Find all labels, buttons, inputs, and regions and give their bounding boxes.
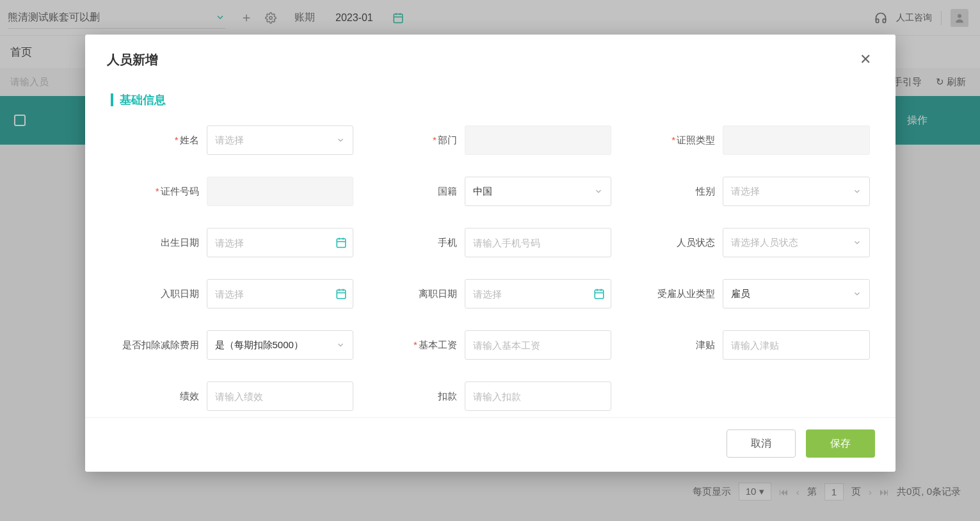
name-select[interactable]: 请选择 [207,125,353,155]
chevron-down-icon [853,238,862,247]
close-icon[interactable]: ✕ [855,49,876,70]
hire-date-input[interactable] [207,279,353,309]
modal-body: 基础信息 *姓名 请选择 *部门 [85,79,896,417]
birth-input[interactable] [207,228,353,257]
base-salary-input[interactable] [465,330,611,360]
field-performance: 绩效 [111,381,353,411]
status-select[interactable]: 请选择人员状态 [723,228,869,257]
gender-select[interactable]: 请选择 [723,177,869,206]
chevron-down-icon [336,136,345,145]
form-grid: *姓名 请选择 *部门 *证照类型 [111,125,870,411]
field-base-salary: *基本工资 [369,330,611,360]
field-cert-no: *证件号码 [111,177,353,206]
chevron-down-icon [853,289,862,298]
field-nationality: 国籍 中国 [369,177,611,206]
field-mobile: 手机 [369,228,611,257]
cert-type-input[interactable] [723,125,869,155]
field-name: *姓名 请选择 [111,125,353,155]
field-birth: 出生日期 [111,228,353,257]
field-hire-date: 入职日期 [111,279,353,309]
field-deduction: 扣款 [369,381,611,411]
cert-no-input[interactable] [207,177,353,206]
allowance-input[interactable] [723,330,869,360]
deduction-input[interactable] [465,381,611,411]
modal-title: 人员新增 [107,51,158,68]
field-emp-type: 受雇从业类型 雇员 [627,279,869,309]
field-leave-date: 离职日期 [369,279,611,309]
cancel-button[interactable]: 取消 [727,429,796,458]
save-button[interactable]: 保存 [806,429,875,458]
mobile-input[interactable] [465,228,611,257]
modal: 人员新增 ✕ 基础信息 *姓名 请选择 *部 [85,35,896,472]
leave-date-input[interactable] [465,279,611,309]
field-allowance: 津贴 [627,330,869,360]
dept-input[interactable] [465,125,611,155]
field-cert-type: *证照类型 [627,125,869,155]
chevron-down-icon [336,341,345,349]
field-dept: *部门 [369,125,611,155]
chevron-down-icon [594,187,603,196]
section-basic-title: 基础信息 [111,92,870,108]
performance-input[interactable] [207,381,353,411]
field-deduct: 是否扣除减除费用 是（每期扣除5000） [111,330,353,360]
deduct-select[interactable]: 是（每期扣除5000） [207,330,353,360]
chevron-down-icon [853,187,862,196]
field-status: 人员状态 请选择人员状态 [627,228,869,257]
modal-overlay: 人员新增 ✕ 基础信息 *姓名 请选择 *部 [0,0,980,521]
modal-header: 人员新增 ✕ [85,35,896,79]
nationality-select[interactable]: 中国 [465,177,611,206]
emp-type-select[interactable]: 雇员 [723,279,869,309]
modal-footer: 取消 保存 [85,417,896,472]
field-gender: 性别 请选择 [627,177,869,206]
